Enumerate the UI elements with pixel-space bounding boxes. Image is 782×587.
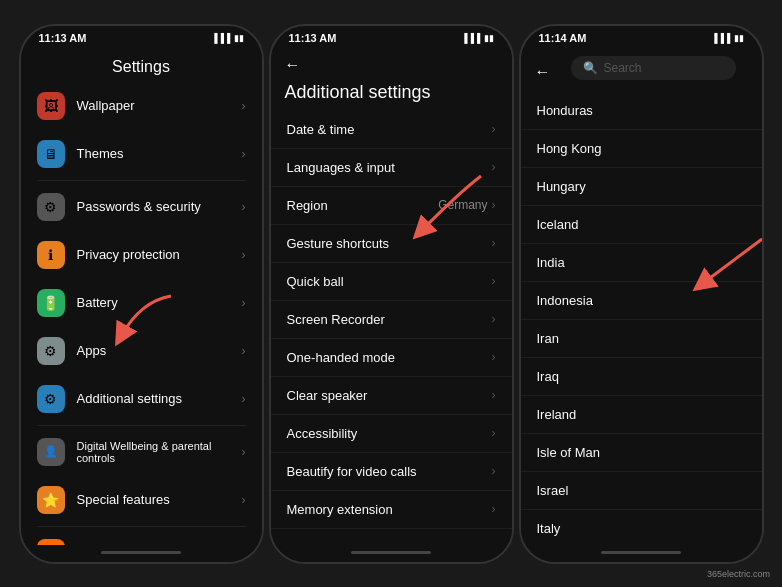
privacy-icon: ℹ [37, 241, 65, 269]
arrow-annotation-2 [371, 171, 491, 241]
country-list: Honduras Hong Kong Hungary Iceland India [521, 92, 762, 545]
time-1: 11:13 AM [39, 32, 87, 44]
wallpaper-chevron: › [242, 99, 246, 113]
item-screenrec[interactable]: Screen Recorder › [271, 301, 512, 339]
notch3 [611, 26, 671, 44]
settings-title: Settings [21, 48, 262, 82]
special-icon: ⭐ [37, 486, 65, 514]
additional-settings-list: Date & time › Languages & input › Region… [271, 111, 512, 545]
phone3: 11:14 AM ▐▐▐ ▮▮ ← 🔍 Search Honduras Hong… [519, 24, 764, 564]
themes-chevron: › [242, 147, 246, 161]
search-placeholder: Search [604, 61, 642, 75]
item-datetime[interactable]: Date & time › [271, 111, 512, 149]
sidebar-item-miaccount[interactable]: Mi Mi Account › [21, 529, 262, 545]
battery-icon-3: ▮▮ [734, 33, 744, 43]
page-title-2: Additional settings [271, 78, 512, 111]
battery-chevron: › [242, 296, 246, 310]
country-honduras[interactable]: Honduras [521, 92, 762, 130]
apps-label: Apps [77, 343, 242, 358]
language-chevron: › [492, 160, 496, 174]
datetime-label: Date & time [287, 122, 492, 137]
sidebar-item-privacy[interactable]: ℹ Privacy protection › [21, 231, 262, 279]
sidebar-item-themes[interactable]: 🖥 Themes › [21, 130, 262, 178]
item-onehanded[interactable]: One-handed mode › [271, 339, 512, 377]
additional-icon: ⚙ [37, 385, 65, 413]
additional-label: Additional settings [77, 391, 242, 406]
datetime-chevron: › [492, 122, 496, 136]
settings-list: 🖼 Wallpaper › 🖥 Themes › ⚙ Passwords & s… [21, 82, 262, 545]
clearspeaker-label: Clear speaker [287, 388, 492, 403]
sidebar-item-passwords[interactable]: ⚙ Passwords & security › [21, 183, 262, 231]
beautify-chevron: › [492, 464, 496, 478]
country-ireland[interactable]: Ireland [521, 396, 762, 434]
themes-label: Themes [77, 146, 242, 161]
screen-2: ← Additional settings Date & time › Lang… [271, 48, 512, 562]
page-header-2: ← [271, 48, 512, 78]
gesture-chevron: › [492, 236, 496, 250]
country-hungary[interactable]: Hungary [521, 168, 762, 206]
country-india[interactable]: India [521, 244, 762, 282]
screen-3: ← 🔍 Search Honduras Hong Kong Hungary Ic… [521, 48, 762, 562]
onehanded-label: One-handed mode [287, 350, 492, 365]
back-button-2[interactable]: ← [285, 56, 301, 74]
country-hongkong[interactable]: Hong Kong [521, 130, 762, 168]
notch2 [361, 26, 421, 44]
themes-icon: 🖥 [37, 140, 65, 168]
home-indicator-1 [101, 551, 181, 554]
back-button-3[interactable]: ← [535, 63, 551, 81]
item-accessibility[interactable]: Accessibility › [271, 415, 512, 453]
clearspeaker-chevron: › [492, 388, 496, 402]
special-label: Special features [77, 492, 242, 507]
sidebar-item-wallpaper[interactable]: 🖼 Wallpaper › [21, 82, 262, 130]
divider2 [37, 425, 246, 426]
memory-chevron: › [492, 502, 496, 516]
passwords-icon: ⚙ [37, 193, 65, 221]
status-icons-3: ▐▐▐ ▮▮ [711, 33, 743, 43]
status-icons-1: ▐▐▐ ▮▮ [211, 33, 243, 43]
battery-label: Battery [77, 295, 242, 310]
country-israel[interactable]: Israel [521, 472, 762, 510]
search-icon-3: 🔍 [583, 61, 598, 75]
sidebar-item-wellbeing[interactable]: 👤 Digital Wellbeing & parental controls … [21, 428, 262, 476]
time-2: 11:13 AM [289, 32, 337, 44]
privacy-chevron: › [242, 248, 246, 262]
country-iraq[interactable]: Iraq [521, 358, 762, 396]
page-header-3: ← 🔍 Search [521, 48, 762, 92]
country-indonesia[interactable]: Indonesia [521, 282, 762, 320]
country-isleofman[interactable]: Isle of Man [521, 434, 762, 472]
item-quickball[interactable]: Quick ball › [271, 263, 512, 301]
item-clearspeaker[interactable]: Clear speaker › [271, 377, 512, 415]
search-bar-3[interactable]: 🔍 Search [571, 56, 736, 80]
country-italy[interactable]: Italy [521, 510, 762, 545]
screenrec-chevron: › [492, 312, 496, 326]
phone2: 11:13 AM ▐▐▐ ▮▮ ← Additional settings Da… [269, 24, 514, 564]
home-indicator-3 [601, 551, 681, 554]
accessibility-chevron: › [492, 426, 496, 440]
screenrec-label: Screen Recorder [287, 312, 492, 327]
sidebar-item-additional[interactable]: ⚙ Additional settings › [21, 375, 262, 423]
memory-label: Memory extension [287, 502, 492, 517]
country-iran[interactable]: Iran [521, 320, 762, 358]
signal-icon-2: ▐▐▐ [461, 33, 480, 43]
battery-icon-1: ▮▮ [234, 33, 244, 43]
item-beautify[interactable]: Beautify for video calls › [271, 453, 512, 491]
screen-1: Settings 🖼 Wallpaper › 🖥 Themes › ⚙ [21, 48, 262, 562]
watermark: 365electric.com [707, 569, 770, 579]
signal-icon-1: ▐▐▐ [211, 33, 230, 43]
wellbeing-icon: 👤 [37, 438, 65, 466]
divider1 [37, 180, 246, 181]
apps-icon: ⚙ [37, 337, 65, 365]
item-memory[interactable]: Memory extension › [271, 491, 512, 529]
sidebar-item-battery[interactable]: 🔋 Battery › [21, 279, 262, 327]
divider3 [37, 526, 246, 527]
sidebar-item-apps[interactable]: ⚙ Apps › [21, 327, 262, 375]
region-chevron: › [492, 198, 496, 212]
privacy-label: Privacy protection [77, 247, 242, 262]
special-chevron: › [242, 493, 246, 507]
sidebar-item-special[interactable]: ⭐ Special features › [21, 476, 262, 524]
time-3: 11:14 AM [539, 32, 587, 44]
wellbeing-label: Digital Wellbeing & parental controls [77, 440, 242, 464]
passwords-chevron: › [242, 200, 246, 214]
wallpaper-icon: 🖼 [37, 92, 65, 120]
additional-chevron: › [242, 392, 246, 406]
